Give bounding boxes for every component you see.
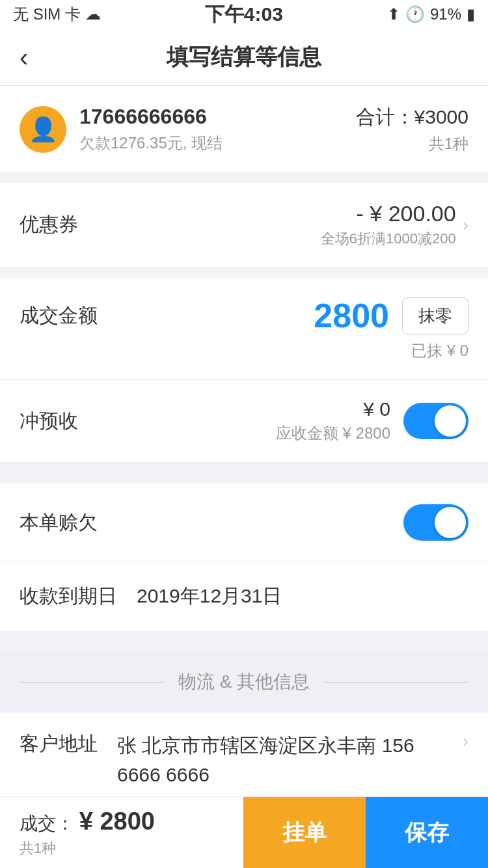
clock-icon: 🕐 [405,5,425,23]
due-date-value: 2019年12月31日 [137,583,282,610]
section-divider-1 [0,267,488,278]
address-value: 张 北京市市辖区海淀区永丰南 156 6666 6666 [117,731,456,789]
due-date-row: 收款到期日 2019年12月31日 [0,562,488,631]
pend-button[interactable]: 挂单 [243,797,366,868]
save-button[interactable]: 保存 [366,797,488,868]
signal-text: 无 SIM 卡 ☁ [13,4,101,25]
deal-sub-text: 已抹 ¥ 0 [20,340,468,361]
deal-row: 成交金额 2800 抹零 [20,296,468,335]
deal-amount: 2800 [314,296,389,335]
charge-amount-wrap: ¥ 0 应收金额 ¥ 2800 [276,398,390,444]
location-icon: ⬆ [387,5,400,23]
chevron-right-icon: › [463,215,468,236]
bottom-bar: 成交： ¥ 2800 共1种 挂单 保存 [0,796,488,868]
customer-card: 👤 17666666666 欠款1276.35元, 现结 合计：¥3000 共1… [0,86,488,172]
section-divider-2 [0,463,488,473]
debt-label: 本单赊欠 [20,509,98,536]
logistics-header: 物流 & 其他信息 [0,651,488,712]
bottom-count: 共1种 [20,839,224,858]
coupon-right: - ¥ 200.00 全场6折满1000减200 › [321,201,468,249]
battery-icon: ▮ [467,5,475,23]
customer-info: 17666666666 欠款1276.35元, 现结 [79,105,223,154]
coupon-row[interactable]: 优惠券 - ¥ 200.00 全场6折满1000减200 › [0,183,488,267]
avatar: 👤 [20,106,66,153]
coupon-amount: - ¥ 200.00 [321,201,456,226]
charge-toggle[interactable] [403,403,468,439]
section-divider-3 [0,631,488,641]
address-label: 客户地址 [20,731,98,757]
charge-right: ¥ 0 应收金额 ¥ 2800 [276,398,468,444]
total-amount: 合计：¥3000 [356,104,468,131]
status-left: 无 SIM 卡 ☁ [13,4,101,25]
customer-right: 合计：¥3000 共1种 [356,104,468,154]
coupon-desc: 全场6折满1000减200 [321,229,456,249]
coupon-content: - ¥ 200.00 全场6折满1000减200 [321,201,456,249]
page-title: 填写结算等信息 [167,42,321,72]
bottom-deal-row: 成交： ¥ 2800 [20,807,224,836]
deal-amount-section: 成交金额 2800 抹零 已抹 ¥ 0 [0,278,488,380]
charge-row: 冲预收 ¥ 0 应收金额 ¥ 2800 [0,380,488,463]
charge-amount: ¥ 0 [276,398,390,420]
bottom-summary: 成交： ¥ 2800 共1种 [0,797,243,868]
bottom-deal-amount: ¥ 2800 [79,807,155,835]
deal-right: 2800 抹零 [314,296,468,335]
due-label: 收款到期日 [20,583,117,610]
status-right: ⬆ 🕐 91% ▮ [387,5,475,23]
chevron-right-icon-address: › [463,731,468,752]
battery-text: 91% [430,5,461,23]
avatar-icon: 👤 [29,116,58,143]
address-row[interactable]: 客户地址 张 北京市市辖区海淀区永丰南 156 6666 6666 › [0,712,488,807]
customer-phone: 17666666666 [79,105,223,129]
deal-label: 成交金额 [20,303,98,329]
main-content: 👤 17666666666 欠款1276.35元, 现结 合计：¥3000 共1… [0,86,488,868]
customer-left: 👤 17666666666 欠款1276.35元, 现结 [20,105,223,154]
debt-row: 本单赊欠 [0,483,488,562]
coupon-label: 优惠券 [20,211,78,238]
status-time: 下午4:03 [205,1,283,28]
customer-debt: 欠款1276.35元, 现结 [79,133,223,154]
round-button[interactable]: 抹零 [402,297,468,334]
back-button[interactable]: ‹ [20,44,28,70]
nav-bar: ‹ 填写结算等信息 [0,29,488,86]
logistics-line-left [20,682,165,683]
charge-label: 冲预收 [20,408,78,435]
logistics-line-right [323,682,468,683]
bottom-deal-label: 成交： [20,813,74,834]
total-count: 共1种 [356,133,468,154]
status-bar: 无 SIM 卡 ☁ 下午4:03 ⬆ 🕐 91% ▮ [0,0,488,29]
logistics-title: 物流 & 其他信息 [178,670,310,694]
charge-desc: 应收金额 ¥ 2800 [276,423,390,444]
debt-toggle[interactable] [403,504,468,541]
